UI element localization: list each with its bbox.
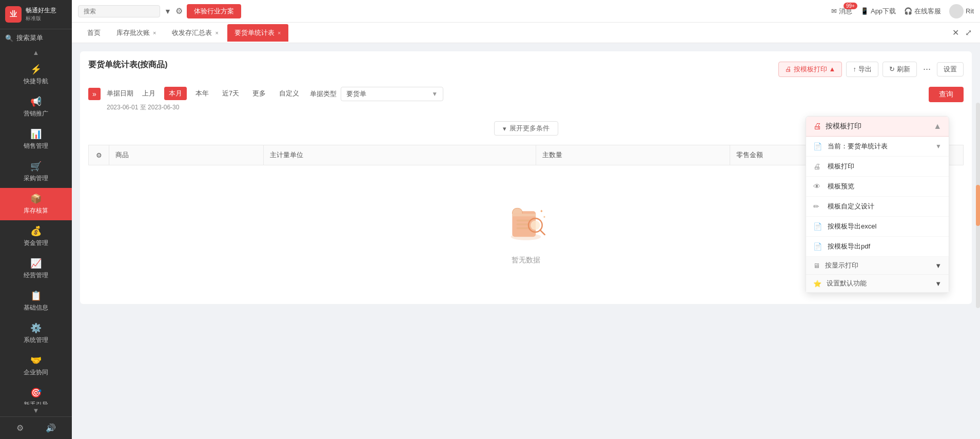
tab-order-stats-close[interactable]: × — [278, 30, 281, 36]
svg-text:✦: ✦ — [543, 215, 546, 219]
sidebar-item-basic[interactable]: 📋 基础信息 — [0, 285, 72, 317]
filter-date-row: 单据日期 上月 本月 本年 近7天 更多 自定义 — [107, 87, 304, 100]
sidebar-item-guide[interactable]: 🎯 新手引导 — [0, 382, 72, 405]
tabs-bar: 首页 库存批次账 × 收发存汇总表 × 要货单统计表 × ✕ ⤢ — [72, 23, 980, 43]
tab-home[interactable]: 首页 — [80, 24, 108, 42]
expand-more-btn[interactable]: ▾ 展开更多条件 — [494, 121, 558, 136]
print-dropdown-export-pdf[interactable]: 📄 按模板导出pdf — [806, 237, 949, 257]
user-avatar — [949, 4, 964, 18]
date-btn-last-month[interactable]: 上月 — [138, 87, 160, 100]
export-excel-label: 按模板导出excel — [828, 222, 876, 231]
sidebar-scroll-up[interactable]: ▲ — [0, 47, 72, 59]
print-dropdown-close-btn[interactable]: ▲ — [933, 122, 942, 131]
date-btn-custom[interactable]: 自定义 — [275, 87, 304, 100]
tab-order-stats[interactable]: 要货单统计表 × — [227, 24, 288, 42]
sidebar-footer: ⚙ 🔊 — [0, 416, 72, 439]
sidebar-item-marketing[interactable]: 📢 营销推广 — [0, 91, 72, 123]
refresh-label: 刷新 — [897, 65, 910, 74]
svg-line-8 — [540, 230, 545, 235]
export-excel-icon: 📄 — [813, 222, 822, 231]
message-btn[interactable]: ✉ 消息 99+ — [831, 7, 852, 16]
tab-collection[interactable]: 收发存汇总表 × — [165, 24, 226, 42]
app-download-btn[interactable]: 📱 App下载 — [860, 7, 896, 16]
print-dropdown-current[interactable]: 📄 当前：要货单统计表 ▼ — [806, 137, 949, 157]
print-dropdown-title: 🖨 按模板打印 — [813, 122, 861, 131]
filter-date-group: 单据日期 上月 本月 本年 近7天 更多 自定义 2023-06-01 至 20… — [107, 87, 304, 112]
tab-batch[interactable]: 库存批次账 × — [109, 24, 164, 42]
default-func-icon: ⭐ — [813, 280, 821, 288]
right-scrollbar[interactable] — [976, 103, 980, 308]
app-name: 畅通好生意 — [26, 7, 56, 15]
message-badge: 99+ — [844, 3, 857, 9]
empty-text: 暂无数据 — [512, 256, 540, 265]
print-dropdown-export-excel[interactable]: 📄 按模板导出excel — [806, 217, 949, 237]
sidebar: 业 畅通好生意 标准版 🔍 搜索菜单 ▲ ⚡ 快捷导航 📢 营销推广 📊 销售管… — [0, 0, 72, 439]
quicknav-icon: ⚡ — [30, 64, 42, 75]
date-btn-this-month[interactable]: 本月 — [164, 87, 187, 100]
sidebar-nav: ⚡ 快捷导航 📢 营销推广 📊 销售管理 🛒 采购管理 📦 库存核算 💰 资金管… — [0, 59, 72, 405]
print-dropdown-display-print[interactable]: 🖥 按显示打印 ▼ — [806, 257, 949, 275]
topbar: ▼ ⚙ 体验行业方案 ✉ 消息 99+ 📱 App下载 🎧 在线客服 Rit — [72, 0, 980, 23]
print-template-btn[interactable]: 🖨 按模板打印 ▲ — [778, 62, 842, 77]
search-input[interactable] — [78, 5, 160, 17]
default-func-arrow: ▼ — [935, 280, 942, 288]
print-dropdown-template-design[interactable]: ✏ 模板自定义设计 — [806, 197, 949, 217]
print-dropdown-default-func[interactable]: ⭐ 设置默认功能 ▼ — [806, 275, 949, 293]
sidebar-item-quicknav[interactable]: ⚡ 快捷导航 — [0, 59, 72, 91]
sidebar-item-inventory[interactable]: 📦 库存核算 — [0, 188, 72, 220]
template-preview-label: 模板预览 — [828, 182, 854, 191]
printer-icon: 🖨 — [785, 65, 792, 73]
filter-expand-btn[interactable]: » — [88, 88, 101, 100]
sidebar-settings-btn[interactable]: ⚙ — [16, 423, 24, 433]
trial-btn[interactable]: 体验行业方案 — [187, 4, 241, 18]
query-btn[interactable]: 查询 — [929, 87, 964, 102]
page-actions: 🖨 按模板打印 ▲ ↑ 导出 ↻ 刷新 ··· 设置 — [778, 62, 964, 77]
basic-icon: 📋 — [30, 290, 42, 301]
topbar-dropdown-btn[interactable]: ▼ — [164, 7, 171, 15]
app-download-label: App下载 — [871, 7, 896, 16]
settings-btn[interactable]: 设置 — [937, 62, 964, 77]
template-print-label: 模板打印 — [828, 162, 854, 171]
tab-close-all-btn[interactable]: ✕ — [950, 26, 961, 40]
phone-icon: 📱 — [860, 7, 869, 15]
purchase-icon: 🛒 — [30, 161, 42, 172]
print-dropdown-template-preview[interactable]: 👁 模板预览 — [806, 177, 949, 197]
sidebar-item-collab[interactable]: 🤝 企业协同 — [0, 350, 72, 382]
sidebar-item-finance[interactable]: 💰 资金管理 — [0, 220, 72, 253]
chevron-up-icon: ▲ — [829, 65, 836, 73]
refresh-btn[interactable]: ↻ 刷新 — [883, 62, 917, 77]
sidebar-item-operations[interactable]: 📈 经营管理 — [0, 253, 72, 285]
display-print-icon: 🖥 — [813, 262, 820, 270]
page-title: 要货单统计表(按商品) — [88, 60, 168, 70]
display-print-arrow: ▼ — [935, 262, 942, 270]
collab-icon: 🤝 — [30, 355, 42, 366]
sidebar-item-system[interactable]: ⚙️ 系统管理 — [0, 317, 72, 350]
export-btn[interactable]: ↑ 导出 — [846, 62, 878, 77]
online-service-btn[interactable]: 🎧 在线客服 — [904, 7, 941, 16]
operations-icon: 📈 — [30, 258, 42, 269]
sidebar-scroll-down[interactable]: ▼ — [0, 405, 72, 416]
sidebar-item-sales[interactable]: 📊 销售管理 — [0, 123, 72, 156]
current-template-label: 当前：要货单统计表 — [828, 142, 888, 151]
tab-expand-btn[interactable]: ⤢ — [963, 26, 974, 40]
date-btn-7days[interactable]: 近7天 — [218, 87, 244, 100]
user-area[interactable]: Rit — [949, 4, 974, 18]
tab-collection-close[interactable]: × — [215, 30, 218, 36]
sidebar-search[interactable]: 🔍 搜索菜单 — [0, 29, 72, 47]
sidebar-sound-btn[interactable]: 🔊 — [46, 423, 56, 433]
export-pdf-label: 按模板导出pdf — [828, 242, 870, 251]
topbar-settings-btn[interactable]: ⚙ — [175, 6, 183, 16]
page-content: 要货单统计表(按商品) 🖨 按模板打印 ▲ ↑ 导出 ↻ 刷新 — [72, 43, 980, 439]
tab-home-label: 首页 — [87, 28, 101, 37]
online-service-label: 在线客服 — [914, 7, 941, 16]
date-btn-this-year[interactable]: 本年 — [191, 87, 213, 100]
date-btn-more[interactable]: 更多 — [248, 87, 270, 100]
more-btn[interactable]: ··· — [921, 62, 933, 77]
tab-batch-close[interactable]: × — [153, 30, 156, 36]
export-icon: ↑ — [853, 65, 856, 73]
print-dropdown-template-print[interactable]: 🖨 模板打印 — [806, 157, 949, 177]
type-filter-value: 要货单 — [346, 89, 428, 99]
type-filter-select[interactable]: 要货单 ▼ — [341, 87, 443, 101]
col-settings[interactable]: ⚙ — [89, 145, 109, 165]
sidebar-item-purchase[interactable]: 🛒 采购管理 — [0, 156, 72, 188]
